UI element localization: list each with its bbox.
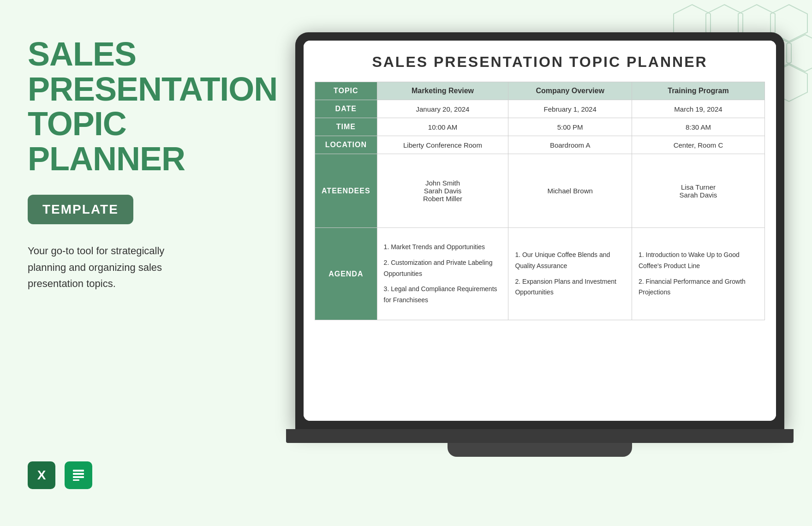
attendee-2-col1: Sarah Davis xyxy=(384,187,502,195)
agenda-item-2-col1: 2. Customization and Private Labeling Op… xyxy=(384,257,502,280)
svg-rect-16 xyxy=(73,479,79,481)
attendee-1-col1: John Smith xyxy=(384,179,502,187)
main-title: SALES PRESENTATION TOPIC PLANNER xyxy=(28,37,240,176)
svg-rect-15 xyxy=(73,476,84,478)
attendee-1-col3: Lisa Turner xyxy=(639,183,758,191)
time-row: TIME 10:00 AM 5:00 PM 8:30 AM xyxy=(315,118,765,136)
date-col2: February 1, 2024 xyxy=(508,100,632,118)
topic-col2: Company Overview xyxy=(508,82,632,100)
laptop-base xyxy=(286,429,794,443)
agenda-item-1-col3: 1. Introduction to Wake Up to Good Coffe… xyxy=(639,250,758,272)
attendees-col2: Michael Brown xyxy=(508,154,632,228)
sheets-icon xyxy=(71,468,86,483)
laptop-bezel: SALES PRESENTATION TOPIC PLANNER TOPIC M… xyxy=(295,32,784,429)
agenda-item-3-col1: 3. Legal and Compliance Requirements for… xyxy=(384,284,502,306)
date-col3: March 19, 2024 xyxy=(632,100,764,118)
location-label: LOCATION xyxy=(315,136,377,154)
sheet-title: SALES PRESENTATION TOPIC PLANNER xyxy=(315,54,765,71)
agenda-col3: 1. Introduction to Wake Up to Good Coffe… xyxy=(632,228,764,320)
agenda-item-2-col3: 2. Financial Performance and Growth Proj… xyxy=(639,276,758,299)
location-col2: Boardroom A xyxy=(508,136,632,154)
template-badge: TEMPLATE xyxy=(28,195,133,224)
svg-rect-14 xyxy=(73,473,84,475)
time-col3: 8:30 AM xyxy=(632,118,764,136)
topic-col1: Marketing Review xyxy=(377,82,508,100)
date-label: DATE xyxy=(315,100,377,118)
sheets-app-icon xyxy=(65,461,92,489)
right-panel: SALES PRESENTATION TOPIC PLANNER TOPIC M… xyxy=(268,0,812,526)
location-row: LOCATION Liberty Conference Room Boardro… xyxy=(315,136,765,154)
description: Your go-to tool for strategically planni… xyxy=(28,243,203,292)
date-col1: January 20, 2024 xyxy=(377,100,508,118)
topic-label: TOPIC xyxy=(315,82,377,100)
attendee-2-col3: Sarah Davis xyxy=(639,191,758,199)
agenda-label: AGENDA xyxy=(315,228,377,320)
excel-app-icon: X xyxy=(28,461,55,489)
attendees-col1: John Smith Sarah Davis Robert Miller xyxy=(377,154,508,228)
attendees-row: ATEENDEES John Smith Sarah Davis Robert … xyxy=(315,154,765,228)
date-row: DATE January 20, 2024 February 1, 2024 M… xyxy=(315,100,765,118)
topic-row: TOPIC Marketing Review Company Overview … xyxy=(315,82,765,100)
attendees-col3: Lisa Turner Sarah Davis xyxy=(632,154,764,228)
left-panel: SALES PRESENTATION TOPIC PLANNER TEMPLAT… xyxy=(0,0,268,526)
laptop: SALES PRESENTATION TOPIC PLANNER TOPIC M… xyxy=(291,32,789,503)
agenda-row: AGENDA 1. Market Trends and Opportunitie… xyxy=(315,228,765,320)
agenda-item-1-col2: 1. Our Unique Coffee Blends and Quality … xyxy=(515,250,625,272)
time-col2: 5:00 PM xyxy=(508,118,632,136)
time-label: TIME xyxy=(315,118,377,136)
topic-col3: Training Program xyxy=(632,82,764,100)
sheet-content: SALES PRESENTATION TOPIC PLANNER TOPIC M… xyxy=(304,41,776,421)
laptop-screen: SALES PRESENTATION TOPIC PLANNER TOPIC M… xyxy=(304,41,776,421)
laptop-stand xyxy=(448,443,632,457)
attendee-1-col2: Michael Brown xyxy=(515,187,625,195)
agenda-item-1-col1: 1. Market Trends and Opportunities xyxy=(384,242,502,253)
time-col1: 10:00 AM xyxy=(377,118,508,136)
agenda-item-2-col2: 2. Expansion Plans and Investment Opport… xyxy=(515,276,625,299)
agenda-col1: 1. Market Trends and Opportunities 2. Cu… xyxy=(377,228,508,320)
icons-row: X xyxy=(28,461,240,489)
svg-rect-13 xyxy=(73,470,84,472)
agenda-col2: 1. Our Unique Coffee Blends and Quality … xyxy=(508,228,632,320)
attendee-3-col1: Robert Miller xyxy=(384,195,502,203)
planner-table: TOPIC Marketing Review Company Overview … xyxy=(315,82,765,320)
location-col3: Center, Room C xyxy=(632,136,764,154)
location-col1: Liberty Conference Room xyxy=(377,136,508,154)
attendees-label: ATEENDEES xyxy=(315,154,377,228)
